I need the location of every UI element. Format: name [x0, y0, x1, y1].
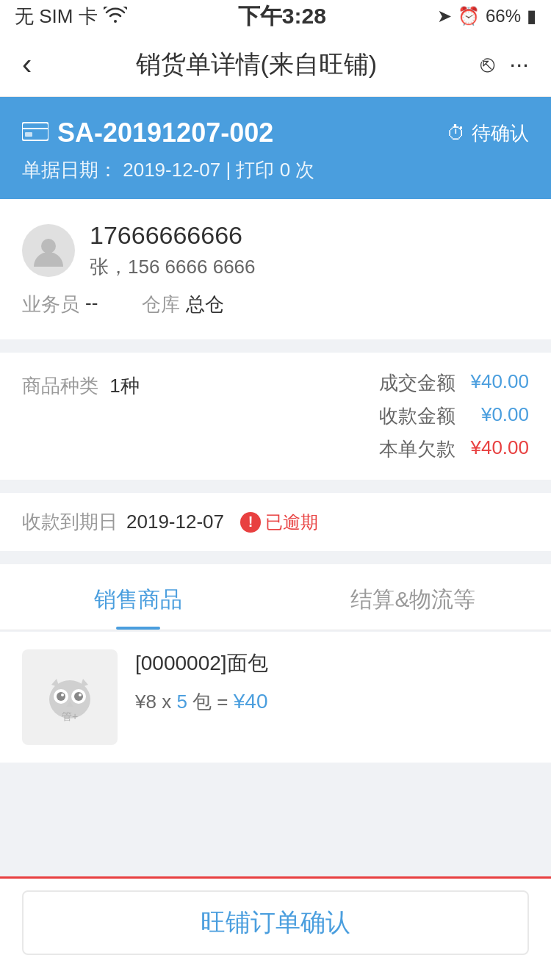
battery-text: 66% [486, 6, 521, 26]
nav-bar: ‹ 销货单详情(来自旺铺) ⎋ ··· [0, 32, 551, 97]
product-owl-logo: 管+ [40, 671, 99, 723]
svg-rect-0 [22, 123, 48, 140]
product-total: ¥40 [234, 690, 268, 713]
amount-row: 成交金额 ¥40.00 [379, 370, 529, 396]
due-date: 2019-12-07 [126, 511, 224, 533]
bottom-bar: 旺铺订单确认 [0, 876, 551, 980]
nav-left[interactable]: ‹ [22, 48, 32, 81]
overdue-text: 已逾期 [265, 511, 318, 534]
nav-right[interactable]: ⎋ ··· [480, 51, 529, 78]
summary-right: 成交金额 ¥40.00 收款金额 ¥0.00 本单欠款 ¥40.00 [379, 370, 529, 462]
product-price: ¥8 x 5 包 = ¥40 [135, 689, 529, 715]
payment-value: ¥0.00 [481, 403, 529, 429]
svg-point-6 [57, 692, 65, 701]
product-qty: 5 [176, 691, 187, 713]
product-name: [0000002]面包 [135, 649, 529, 677]
salesman-item: 业务员 -- [22, 292, 98, 317]
price-multiply: x [162, 691, 176, 713]
order-date: 2019-12-07 [123, 159, 220, 181]
warehouse-value: 总仓 [186, 292, 224, 317]
location-icon: ➤ [437, 6, 452, 26]
confirm-button[interactable]: 旺铺订单确认 [22, 890, 529, 955]
svg-point-7 [74, 692, 83, 701]
product-section: 管+ [0000002]面包 ¥8 x 5 包 = ¥40 [0, 632, 551, 763]
avatar [22, 224, 75, 277]
customer-phone: 17666666666 [90, 221, 256, 250]
tab-settlement-label: 结算&物流等 [350, 587, 475, 611]
battery-icon: ▮ [527, 6, 536, 26]
tab-sales-label: 销售商品 [94, 587, 182, 611]
customer-info: 17666666666 张，156 6666 6666 [90, 221, 256, 280]
divider-3 [0, 552, 551, 564]
order-status: ⏱ 待确认 [447, 120, 529, 146]
product-image: 管+ [22, 649, 118, 745]
back-button[interactable]: ‹ [22, 48, 32, 81]
carrier-text: 无 SIM 卡 [15, 4, 98, 29]
payment-label: 收款金额 [379, 403, 455, 429]
equals-sign: = [217, 691, 233, 713]
confirm-label: 旺铺订单确认 [201, 906, 350, 940]
overdue-icon: ! [240, 512, 261, 533]
warehouse-label: 仓库 [142, 292, 180, 317]
due-card: 收款到期日 2019-12-07 ! 已逾期 [0, 493, 551, 551]
order-id: SA-20191207-002 [22, 118, 273, 148]
alarm-icon: ⏰ [458, 6, 480, 26]
page-title: 销货单详情(来自旺铺) [136, 48, 378, 82]
amount-value: ¥40.00 [470, 370, 529, 396]
status-bar: 无 SIM 卡 下午3:28 ➤ ⏰ 66% ▮ [0, 0, 551, 32]
date-label: 单据日期： [22, 159, 118, 181]
product-type-value: 1种 [109, 375, 139, 397]
more-icon[interactable]: ··· [509, 51, 529, 78]
print-info: | 打印 0 次 [226, 159, 314, 181]
order-id-row: SA-20191207-002 ⏱ 待确认 [22, 118, 529, 148]
owed-row: 本单欠款 ¥40.00 [379, 436, 529, 462]
overdue-badge: ! 已逾期 [240, 511, 318, 534]
owed-label: 本单欠款 [379, 436, 455, 462]
status-text: 待确认 [472, 120, 529, 146]
product-info: [0000002]面包 ¥8 x 5 包 = ¥40 [135, 649, 529, 715]
customer-name: 张，156 6666 6666 [90, 254, 256, 280]
price-value: ¥8 [135, 691, 156, 713]
divider-1 [0, 341, 551, 353]
clock-icon: ⏱ [447, 122, 466, 145]
summary-card: 商品种类 1种 成交金额 ¥40.00 收款金额 ¥0.00 本单欠款 ¥40.… [0, 353, 551, 480]
status-right: ➤ ⏰ 66% ▮ [437, 6, 536, 26]
salesman-value: -- [85, 292, 98, 317]
divider-2 [0, 481, 551, 493]
due-label: 收款到期日 [22, 509, 118, 535]
salesman-label: 业务员 [22, 292, 79, 317]
tab-settlement[interactable]: 结算&物流等 [276, 564, 551, 630]
product-unit: 包 [192, 691, 212, 713]
summary-left: 商品种类 1种 [22, 370, 140, 399]
tab-sales-products[interactable]: 销售商品 [0, 564, 276, 630]
product-item: 管+ [0000002]面包 ¥8 x 5 包 = ¥40 [0, 632, 551, 763]
share-icon[interactable]: ⎋ [480, 51, 494, 78]
order-id-text: SA-20191207-002 [57, 118, 273, 148]
product-type-label: 商品种类 [22, 375, 98, 397]
svg-point-8 [61, 693, 64, 696]
owed-value: ¥40.00 [470, 436, 529, 462]
order-date-row: 单据日期： 2019-12-07 | 打印 0 次 [22, 157, 529, 183]
payment-row: 收款金额 ¥0.00 [379, 403, 529, 429]
status-left: 无 SIM 卡 [15, 4, 127, 29]
svg-point-9 [79, 693, 82, 696]
amount-label: 成交金额 [379, 370, 455, 396]
warehouse-item: 仓库 总仓 [142, 292, 224, 317]
svg-text:管+: 管+ [62, 710, 78, 722]
order-header: SA-20191207-002 ⏱ 待确认 单据日期： 2019-12-07 |… [0, 97, 551, 199]
customer-row: 17666666666 张，156 6666 6666 [22, 221, 529, 280]
svg-rect-1 [25, 132, 32, 137]
order-icon [22, 118, 48, 148]
tabs: 销售商品 结算&物流等 [0, 564, 551, 630]
svg-point-2 [41, 239, 56, 253]
customer-meta: 业务员 -- 仓库 总仓 [22, 292, 529, 317]
customer-card: 17666666666 张，156 6666 6666 业务员 -- 仓库 总仓 [0, 199, 551, 339]
status-time: 下午3:28 [238, 1, 326, 32]
wifi-icon [104, 5, 127, 28]
